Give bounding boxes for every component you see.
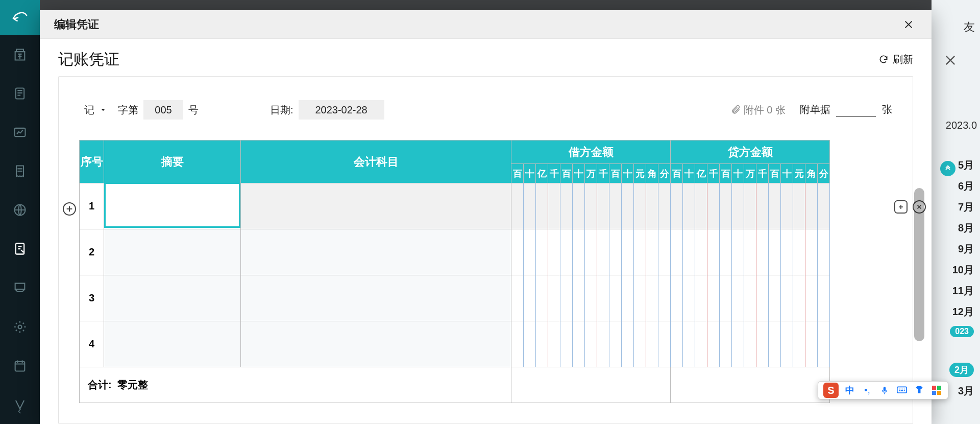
nav-inbox-icon[interactable] bbox=[9, 278, 31, 298]
fudanju-input[interactable] bbox=[836, 104, 876, 117]
debit-digit[interactable] bbox=[560, 183, 573, 229]
voucher-type-dropdown[interactable]: 记 bbox=[79, 101, 113, 119]
credit-digit[interactable] bbox=[793, 183, 805, 229]
nav-analytics-icon[interactable] bbox=[9, 122, 31, 143]
nav-collapse-icon[interactable] bbox=[0, 404, 40, 419]
credit-digit[interactable] bbox=[769, 183, 781, 229]
period-month[interactable]: 11月 bbox=[952, 284, 974, 298]
debit-digit[interactable] bbox=[524, 183, 536, 229]
credit-digit[interactable] bbox=[683, 183, 695, 229]
subject-cell[interactable] bbox=[241, 321, 511, 367]
debit-digit[interactable] bbox=[585, 275, 597, 321]
credit-digit[interactable] bbox=[805, 275, 818, 321]
debit-digit[interactable] bbox=[658, 229, 671, 275]
credit-digit[interactable] bbox=[671, 275, 683, 321]
debit-digit[interactable] bbox=[573, 275, 585, 321]
voucher-number-input[interactable]: 005 bbox=[143, 100, 183, 120]
debit-digit[interactable] bbox=[573, 321, 585, 367]
credit-digit[interactable] bbox=[818, 183, 830, 229]
insert-row-button[interactable] bbox=[894, 200, 908, 214]
credit-digit[interactable] bbox=[818, 229, 830, 275]
debit-digit[interactable] bbox=[511, 321, 524, 367]
credit-digit[interactable] bbox=[695, 229, 707, 275]
summary-cell[interactable] bbox=[104, 229, 241, 275]
debit-digit[interactable] bbox=[609, 321, 622, 367]
debit-digit[interactable] bbox=[597, 321, 609, 367]
credit-digit[interactable] bbox=[805, 321, 818, 367]
debit-digit[interactable] bbox=[573, 183, 585, 229]
debit-digit[interactable] bbox=[585, 183, 597, 229]
ime-keyboard-icon[interactable] bbox=[896, 384, 908, 396]
credit-digit[interactable] bbox=[720, 229, 732, 275]
period-year-badge[interactable]: 023 bbox=[950, 326, 974, 337]
debit-digit[interactable] bbox=[548, 321, 560, 367]
debit-digit[interactable] bbox=[634, 183, 646, 229]
subject-cell[interactable] bbox=[241, 275, 511, 321]
debit-digit[interactable] bbox=[560, 229, 573, 275]
debit-digit[interactable] bbox=[658, 183, 671, 229]
subject-cell[interactable] bbox=[241, 229, 511, 275]
summary-input[interactable] bbox=[104, 182, 240, 228]
nav-receipt-icon[interactable] bbox=[9, 161, 31, 181]
bg-close-icon[interactable] bbox=[941, 51, 960, 69]
add-row-left-button[interactable] bbox=[63, 202, 76, 216]
credit-digit[interactable] bbox=[756, 321, 769, 367]
nav-ledger-icon[interactable] bbox=[9, 83, 31, 104]
credit-digit[interactable] bbox=[805, 183, 818, 229]
close-icon[interactable] bbox=[900, 16, 917, 33]
credit-digit[interactable] bbox=[781, 183, 793, 229]
ime-skin-icon[interactable] bbox=[913, 384, 925, 396]
credit-digit[interactable] bbox=[695, 321, 707, 367]
credit-digit[interactable] bbox=[756, 183, 769, 229]
debit-digit[interactable] bbox=[622, 229, 634, 275]
summary-cell[interactable] bbox=[104, 321, 241, 367]
credit-digit[interactable] bbox=[683, 275, 695, 321]
credit-digit[interactable] bbox=[671, 321, 683, 367]
debit-digit[interactable] bbox=[658, 321, 671, 367]
period-month[interactable]: 6月 bbox=[958, 179, 974, 193]
debit-digit[interactable] bbox=[585, 229, 597, 275]
credit-digit[interactable] bbox=[756, 229, 769, 275]
date-input[interactable]: 2023-02-28 bbox=[299, 100, 384, 120]
debit-digit[interactable] bbox=[646, 275, 658, 321]
debit-digit[interactable] bbox=[511, 183, 524, 229]
debit-digit[interactable] bbox=[524, 321, 536, 367]
attachment-link[interactable]: 附件 0 张 bbox=[730, 103, 786, 117]
debit-digit[interactable] bbox=[524, 229, 536, 275]
debit-digit[interactable] bbox=[634, 275, 646, 321]
debit-digit[interactable] bbox=[634, 229, 646, 275]
debit-digit[interactable] bbox=[646, 229, 658, 275]
credit-digit[interactable] bbox=[769, 275, 781, 321]
ime-toolbar[interactable]: S 中 •, bbox=[818, 381, 948, 399]
credit-digit[interactable] bbox=[793, 321, 805, 367]
credit-digit[interactable] bbox=[793, 275, 805, 321]
credit-digit[interactable] bbox=[707, 229, 720, 275]
period-month[interactable]: 10月 bbox=[952, 263, 974, 277]
debit-digit[interactable] bbox=[609, 183, 622, 229]
credit-digit[interactable] bbox=[781, 321, 793, 367]
credit-digit[interactable] bbox=[781, 229, 793, 275]
refresh-button[interactable]: 刷新 bbox=[878, 53, 913, 66]
debit-digit[interactable] bbox=[536, 229, 548, 275]
credit-digit[interactable] bbox=[818, 321, 830, 367]
credit-digit[interactable] bbox=[769, 321, 781, 367]
credit-digit[interactable] bbox=[720, 275, 732, 321]
debit-digit[interactable] bbox=[622, 275, 634, 321]
period-current-month[interactable]: 2月 bbox=[949, 363, 974, 377]
nav-settings-icon[interactable] bbox=[9, 317, 31, 337]
debit-digit[interactable] bbox=[597, 229, 609, 275]
credit-digit[interactable] bbox=[732, 321, 744, 367]
credit-digit[interactable] bbox=[732, 229, 744, 275]
credit-digit[interactable] bbox=[744, 321, 756, 367]
debit-digit[interactable] bbox=[524, 275, 536, 321]
debit-digit[interactable] bbox=[609, 229, 622, 275]
credit-digit[interactable] bbox=[707, 275, 720, 321]
credit-digit[interactable] bbox=[707, 183, 720, 229]
debit-digit[interactable] bbox=[511, 229, 524, 275]
credit-digit[interactable] bbox=[793, 229, 805, 275]
credit-digit[interactable] bbox=[756, 275, 769, 321]
period-month[interactable]: 7月 bbox=[958, 200, 974, 214]
ime-punct-icon[interactable]: •, bbox=[861, 384, 873, 396]
credit-digit[interactable] bbox=[818, 275, 830, 321]
credit-digit[interactable] bbox=[732, 275, 744, 321]
